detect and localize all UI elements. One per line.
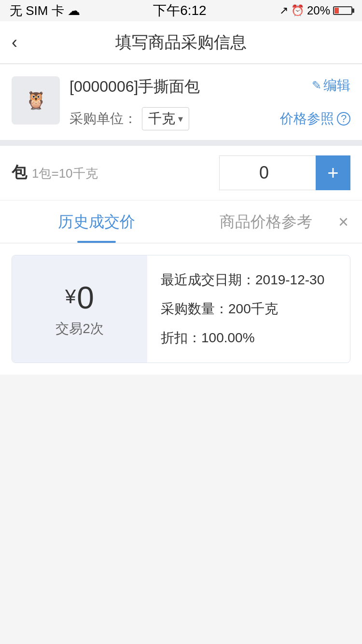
sim-status: 无 SIM 卡 ☁ xyxy=(10,2,80,19)
edit-label: 编辑 xyxy=(323,76,350,95)
plus-button[interactable]: + xyxy=(316,155,350,190)
recent-date-item: 最近成交日期：2019-12-30 xyxy=(161,270,336,290)
back-button[interactable]: ‹ xyxy=(12,32,17,53)
edit-button[interactable]: ✎ 编辑 xyxy=(312,76,350,95)
battery-icon xyxy=(333,6,352,15)
unit-select-button[interactable]: 千克 ▾ xyxy=(142,107,189,130)
discount-value: 100.00% xyxy=(201,330,255,345)
product-name-row: [0000006]手撕面包 ✎ 编辑 xyxy=(70,76,350,98)
recent-date-label: 最近成交日期： xyxy=(161,272,255,287)
quantity-row: 包 1包=10千克 + xyxy=(0,146,362,200)
quantity-input[interactable] xyxy=(219,155,316,190)
product-card: 🦉 [0000006]手撕面包 ✎ 编辑 采购单位： 千克 ▾ xyxy=(0,65,362,140)
tab-history-label: 历史成交价 xyxy=(58,211,135,233)
history-card: ¥ 0 交易2次 最近成交日期：2019-12-30 采购数量：200千克 折扣… xyxy=(12,255,350,363)
quantity-label-group: 包 1包=10千克 xyxy=(12,162,98,183)
bottom-panel: 历史成交价 商品价格参考 × ¥ 0 交易2次 最近成交日期：2019-12-3… xyxy=(0,201,362,375)
unit-value: 千克 xyxy=(148,110,175,128)
tabs-row: 历史成交价 商品价格参考 × xyxy=(0,201,362,243)
edit-icon: ✎ xyxy=(312,79,321,92)
close-button[interactable]: × xyxy=(334,208,352,236)
tab-product-price-ref[interactable]: 商品价格参考 xyxy=(181,201,350,243)
history-right: 最近成交日期：2019-12-30 采购数量：200千克 折扣：100.00% xyxy=(147,255,350,363)
product-info: [0000006]手撕面包 ✎ 编辑 采购单位： 千克 ▾ 价格参照 ? xyxy=(70,76,350,130)
location-icon: ↗ xyxy=(279,4,288,17)
status-time: 下午6:12 xyxy=(153,1,207,20)
alarm-icon: ⏰ xyxy=(291,4,304,17)
trade-count: 交易2次 xyxy=(56,320,104,338)
status-left: 无 SIM 卡 ☁ xyxy=(10,2,80,19)
price-symbol: ¥ xyxy=(65,286,76,308)
dropdown-icon: ▾ xyxy=(178,113,183,125)
tab-price-ref-label: 商品价格参考 xyxy=(220,211,312,233)
purchase-qty-value: 200千克 xyxy=(228,301,278,316)
product-header: 🦉 [0000006]手撕面包 ✎ 编辑 采购单位： 千克 ▾ xyxy=(12,76,350,130)
product-name: [0000006]手撕面包 xyxy=(70,76,312,98)
status-bar: 无 SIM 卡 ☁ 下午6:12 ↗ ⏰ 20% xyxy=(0,0,362,21)
tab-underline xyxy=(77,241,116,243)
product-thumbnail: 🦉 xyxy=(12,76,60,125)
nav-bar: ‹ 填写商品采购信息 xyxy=(0,21,362,64)
purchase-qty-item: 采购数量：200千克 xyxy=(161,299,336,319)
quantity-conversion: 1包=10千克 xyxy=(32,165,98,182)
purchase-qty-label: 采购数量： xyxy=(161,301,228,316)
help-icon: ? xyxy=(337,112,350,126)
history-price: ¥ 0 xyxy=(65,280,94,316)
discount-item: 折扣：100.00% xyxy=(161,328,336,348)
unit-row: 采购单位： 千克 ▾ 价格参照 ? xyxy=(70,107,350,130)
tab-history-price[interactable]: 历史成交价 xyxy=(12,201,181,243)
page-title: 填写商品采购信息 xyxy=(115,31,247,54)
divider xyxy=(0,140,362,146)
unit-selector-group: 采购单位： 千克 ▾ xyxy=(70,107,189,130)
price-ref-label: 价格参照 xyxy=(280,110,334,128)
history-left: ¥ 0 交易2次 xyxy=(12,255,147,363)
recent-date-value: 2019-12-30 xyxy=(255,272,324,287)
main-content-area xyxy=(0,375,362,644)
battery-percent: 20% xyxy=(307,4,330,17)
price-amount: 0 xyxy=(77,280,94,316)
quantity-input-group: + xyxy=(219,155,350,190)
unit-label: 采购单位： xyxy=(70,110,137,128)
history-content: ¥ 0 交易2次 最近成交日期：2019-12-30 采购数量：200千克 折扣… xyxy=(0,243,362,375)
discount-label: 折扣： xyxy=(161,330,201,345)
price-ref-button[interactable]: 价格参照 ? xyxy=(280,110,350,128)
status-right: ↗ ⏰ 20% xyxy=(279,4,352,17)
quantity-unit: 包 xyxy=(12,162,27,183)
product-logo-icon: 🦉 xyxy=(25,90,47,111)
